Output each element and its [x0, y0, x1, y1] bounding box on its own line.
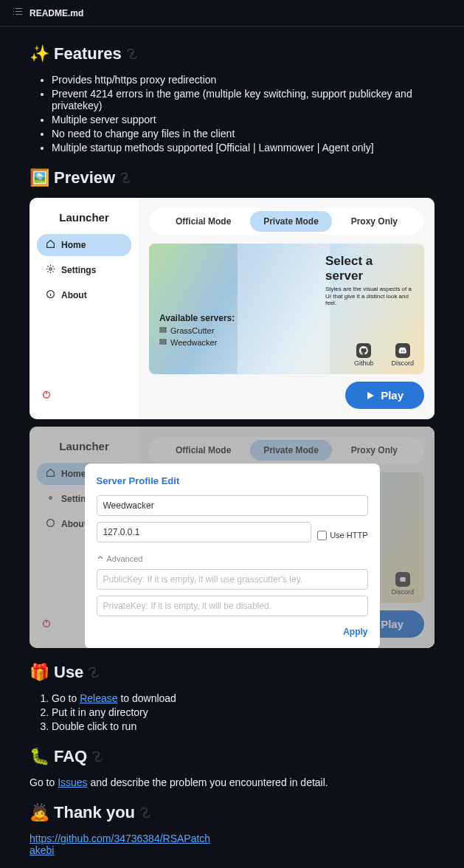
launcher-preview-1: Launcher Home Settings About: [30, 198, 434, 419]
list-item: Multiple server support: [52, 114, 434, 125]
thanks-links: https://github.com/34736384/RSAPatch ake…: [30, 833, 434, 856]
list-item: Double click to run: [52, 720, 434, 732]
github-link[interactable]: Github: [354, 343, 374, 367]
available-servers-label: Available servers:: [159, 313, 414, 323]
file-name: README.md: [30, 8, 83, 18]
akebi-link[interactable]: akebi: [30, 844, 54, 856]
sparkles-icon: ✨: [30, 44, 49, 63]
list-item: No need to change any files in the clien…: [52, 128, 434, 140]
bug-icon: 🐛: [30, 747, 49, 766]
link-icon[interactable]: [120, 172, 131, 184]
server-icon: [159, 338, 167, 347]
svg-rect-3: [160, 328, 166, 329]
sidebar-item-settings[interactable]: Settings: [37, 259, 131, 281]
use-heading: 🎁 Use: [30, 663, 434, 682]
features-list: Provides http/https proxy redirection Pr…: [30, 74, 434, 154]
svg-rect-4: [160, 331, 166, 332]
thanks-heading: 🙇 Thank you: [30, 803, 434, 822]
link-icon[interactable]: [139, 807, 151, 819]
server-icon: [159, 326, 167, 335]
launcher-preview-2: Launcher Home Settings About: [30, 427, 434, 648]
preview-heading: 🖼️ Preview: [30, 168, 434, 187]
play-button[interactable]: Play: [345, 382, 424, 409]
apply-button[interactable]: Apply: [97, 627, 368, 637]
sidebar-item-about[interactable]: About: [37, 284, 131, 306]
info-icon: [46, 289, 55, 301]
server-panel: Select a server Styles are the visual as…: [149, 244, 424, 374]
tab-private[interactable]: Private Mode: [250, 211, 332, 232]
file-header: README.md: [0, 0, 464, 27]
use-http-checkbox[interactable]: Use HTTP: [317, 531, 367, 540]
svg-rect-6: [160, 342, 166, 344]
main-panel: Official Mode Private Mode Proxy Only Se…: [139, 198, 434, 419]
picture-icon: 🖼️: [30, 168, 49, 187]
link-icon[interactable]: [126, 48, 138, 60]
list-item: Provides http/https proxy redirection: [52, 74, 434, 86]
launcher-title: Launcher: [37, 211, 131, 224]
chevron-up-icon: [97, 554, 104, 563]
select-server-block: Select a server Styles are the visual as…: [325, 254, 414, 307]
link-icon[interactable]: [91, 751, 103, 762]
list-icon: [12, 6, 24, 20]
faq-heading: 🐛 FAQ: [30, 747, 434, 766]
modal-title: Server Profile Edit: [97, 475, 368, 486]
gear-icon: [46, 264, 55, 276]
features-heading: ✨ Features: [30, 44, 434, 63]
list-item: Multiple startup methods supported [Offi…: [52, 142, 434, 154]
privatekey-input[interactable]: [97, 596, 368, 616]
faq-text: Go to Issues and describe the problem yo…: [30, 776, 434, 788]
server-profile-modal: Server Profile Edit Use HTTP Advanced Ap…: [85, 464, 380, 648]
use-steps-list: Go to Release to download Put it in any …: [30, 692, 434, 732]
use-http-box[interactable]: [317, 531, 327, 540]
release-link[interactable]: Release: [80, 692, 117, 704]
publickey-input[interactable]: [97, 569, 368, 590]
home-icon: [46, 239, 55, 251]
social-links: Github Discord: [354, 343, 414, 367]
svg-rect-5: [160, 340, 166, 341]
tab-proxy[interactable]: Proxy Only: [338, 211, 411, 232]
gift-icon: 🎁: [30, 663, 49, 682]
list-item: Go to Release to download: [52, 692, 434, 704]
list-item: Put it in any directory: [52, 706, 434, 718]
bow-icon: 🙇: [30, 803, 49, 822]
sidebar: Launcher Home Settings About: [30, 198, 139, 419]
server-ip-input[interactable]: [97, 522, 312, 542]
issues-link[interactable]: Issues: [58, 776, 87, 788]
svg-point-0: [49, 268, 52, 270]
link-icon[interactable]: [88, 666, 100, 678]
advanced-toggle[interactable]: Advanced: [97, 554, 368, 563]
power-icon[interactable]: [37, 389, 131, 406]
server-item-grasscutter[interactable]: GrassCutter: [159, 326, 414, 335]
list-item: Prevent 4214 errors in the game (multipl…: [52, 88, 434, 111]
sidebar-item-home[interactable]: Home: [37, 234, 131, 256]
rsapatch-link[interactable]: https://github.com/34736384/RSAPatch: [30, 833, 210, 844]
server-name-input[interactable]: [97, 495, 368, 516]
mode-tabs: Official Mode Private Mode Proxy Only: [149, 208, 424, 235]
tab-official[interactable]: Official Mode: [162, 211, 244, 232]
discord-link[interactable]: Discord: [391, 343, 414, 367]
